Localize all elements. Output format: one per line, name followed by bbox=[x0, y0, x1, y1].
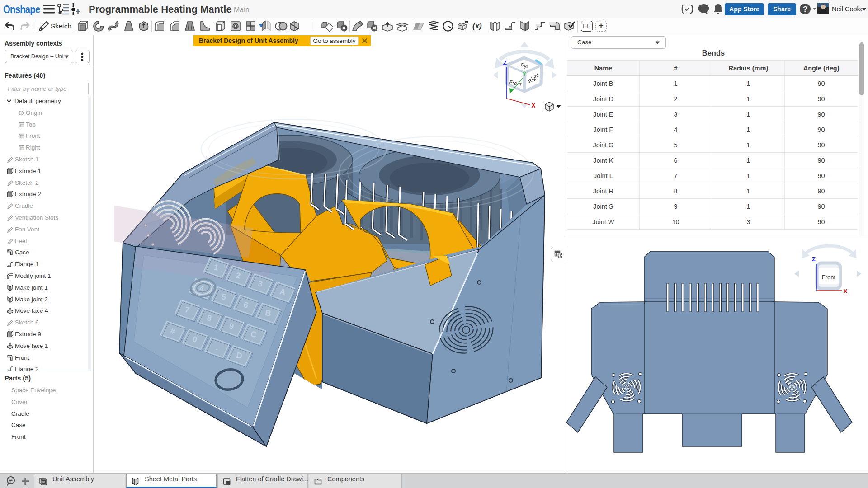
svg-text:Z: Z bbox=[812, 256, 816, 263]
svg-text:X: X bbox=[531, 102, 536, 109]
svg-text:Y: Y bbox=[523, 70, 527, 77]
svg-text:Z: Z bbox=[503, 59, 507, 66]
svg-text:X: X bbox=[844, 288, 848, 295]
svg-text:?: ? bbox=[803, 5, 807, 14]
svg-text:Front: Front bbox=[822, 274, 836, 281]
